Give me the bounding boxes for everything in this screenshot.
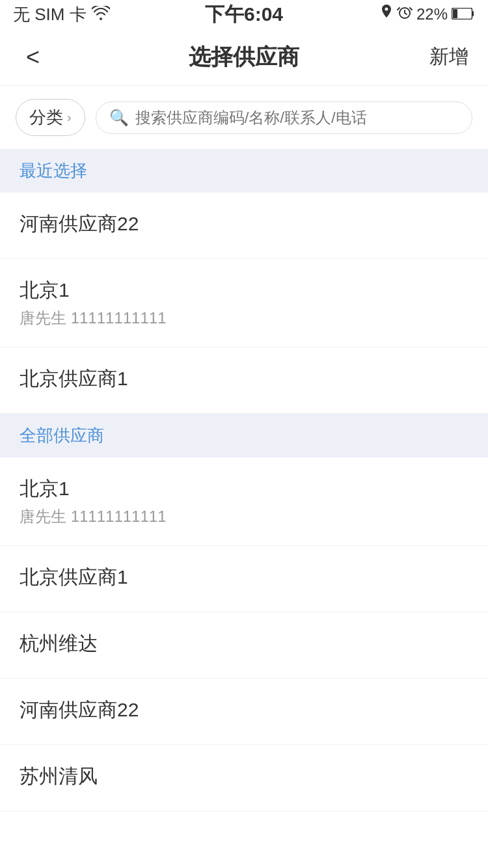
svg-rect-2 bbox=[453, 9, 457, 18]
item-name: 北京供应商1 bbox=[20, 366, 468, 392]
all-section-title: 全部供应商 bbox=[20, 426, 104, 445]
status-right: 22% bbox=[380, 5, 475, 24]
status-left: 无 SIM 卡 bbox=[13, 3, 110, 26]
item-name: 杭州维达 bbox=[20, 631, 468, 657]
recent-section-header: 最近选择 bbox=[0, 149, 488, 193]
all-section-header: 全部供应商 bbox=[0, 414, 488, 457]
list-item[interactable]: 河南供应商22 bbox=[0, 679, 488, 745]
alarm-icon bbox=[397, 5, 413, 24]
item-name: 北京供应商1 bbox=[20, 564, 468, 591]
list-item[interactable]: 北京1唐先生 11111111111 bbox=[0, 259, 488, 347]
page-title: 选择供应商 bbox=[189, 42, 299, 72]
location-icon bbox=[380, 5, 393, 24]
item-contact: 唐先生 11111111111 bbox=[20, 308, 468, 329]
status-time: 下午6:04 bbox=[205, 1, 283, 28]
battery-text: 22% bbox=[416, 5, 448, 23]
list-item[interactable]: 北京供应商1 bbox=[0, 347, 488, 414]
item-name: 苏州清风 bbox=[20, 763, 468, 790]
item-name: 河南供应商22 bbox=[20, 211, 468, 237]
item-contact: 唐先生 11111111111 bbox=[20, 506, 468, 527]
list-item[interactable]: 北京供应商1 bbox=[0, 546, 488, 612]
list-item[interactable]: 北京1唐先生 11111111111 bbox=[0, 457, 488, 546]
list-item[interactable]: 杭州维达 bbox=[0, 612, 488, 679]
item-name: 河南供应商22 bbox=[20, 697, 468, 724]
list-item[interactable]: 苏州清风 bbox=[0, 745, 488, 811]
recent-section-title: 最近选择 bbox=[20, 161, 87, 180]
all-items-list: 北京1唐先生 11111111111北京供应商1杭州维达河南供应商22苏州清风 bbox=[0, 457, 488, 811]
back-button[interactable]: < bbox=[20, 37, 46, 77]
carrier-text: 无 SIM 卡 bbox=[13, 3, 87, 26]
search-icon: 🔍 bbox=[109, 109, 129, 127]
filter-bar: 分类 › 🔍 bbox=[0, 86, 488, 149]
category-button[interactable]: 分类 › bbox=[16, 99, 85, 136]
search-input[interactable] bbox=[135, 109, 459, 127]
search-box: 🔍 bbox=[96, 102, 472, 134]
category-label: 分类 bbox=[29, 106, 63, 129]
recent-items-list: 河南供应商22北京1唐先生 11111111111北京供应商1 bbox=[0, 193, 488, 414]
list-item[interactable]: 河南供应商22 bbox=[0, 193, 488, 259]
wifi-icon bbox=[92, 5, 110, 25]
add-button[interactable]: 新增 bbox=[429, 44, 468, 70]
status-bar: 无 SIM 卡 下午6:04 22% bbox=[0, 0, 488, 29]
item-name: 北京1 bbox=[20, 277, 468, 304]
chevron-right-icon: › bbox=[67, 110, 72, 125]
nav-bar: < 选择供应商 新增 bbox=[0, 29, 488, 86]
battery-icon bbox=[452, 5, 475, 23]
item-name: 北京1 bbox=[20, 476, 468, 502]
